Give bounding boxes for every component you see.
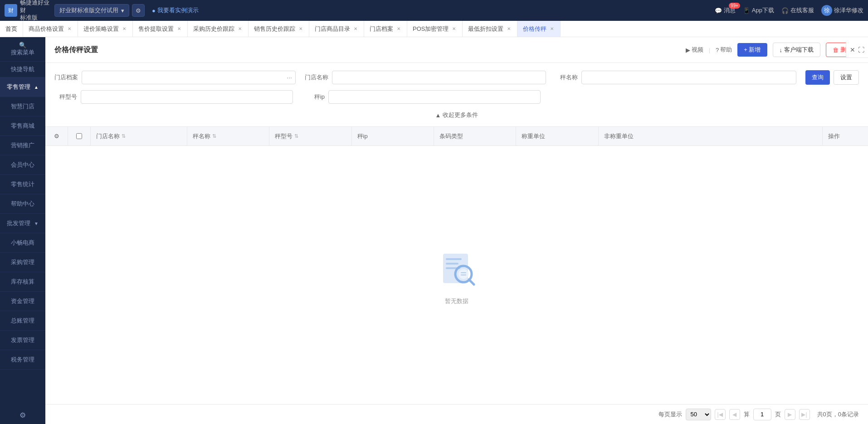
sidebar-item-help[interactable]: 帮助中心: [0, 194, 45, 214]
tab-close-price-scale[interactable]: ✕: [549, 26, 555, 32]
th-settings[interactable]: ⚙: [45, 127, 68, 145]
svg-rect-1: [446, 258, 462, 260]
tab-close-pos-manage[interactable]: ✕: [451, 26, 457, 32]
sidebar-item-smart-store[interactable]: 智慧门店: [0, 97, 45, 116]
svg-rect-2: [446, 263, 458, 265]
content-area: 价格传秤设置 ▶ 视频 | ? 帮助 + 新增 ↓ 客户端下载: [45, 37, 868, 424]
sort-icon-scale-model[interactable]: ⇅: [294, 133, 298, 139]
download-button[interactable]: ↓ 客户端下载: [773, 43, 821, 57]
version-selector[interactable]: 好业财标准版交付试用 ▾: [54, 4, 129, 17]
gear-icon[interactable]: ⚙: [20, 411, 26, 419]
sidebar-item-purchase[interactable]: 采购管理: [0, 253, 45, 272]
page-number-input[interactable]: [753, 409, 771, 420]
per-page-select[interactable]: 50 10 20 100: [686, 409, 711, 420]
collapse-up-icon: ▲: [435, 112, 441, 119]
logo-text: 畅捷通好业财 标准版: [20, 0, 50, 22]
prev-page-button[interactable]: ◀: [729, 409, 740, 420]
th-checkbox[interactable]: [68, 127, 91, 145]
scale-ip-input[interactable]: [328, 90, 541, 104]
next-page-button[interactable]: ▶: [785, 409, 795, 420]
tab-close-sale-history[interactable]: ✕: [298, 26, 303, 32]
app-download-button[interactable]: 📱 App下载: [743, 6, 774, 14]
store-file-input[interactable]: [82, 71, 296, 84]
tab-close-purchase-strategy[interactable]: ✕: [122, 26, 127, 32]
first-page-button[interactable]: |◀: [715, 409, 726, 420]
tab-sale-history[interactable]: 销售历史价跟踪 ✕: [249, 21, 309, 37]
total-info: 共0页，0条记录: [817, 410, 859, 419]
scale-name-input[interactable]: [581, 71, 796, 84]
last-page-button[interactable]: ▶|: [799, 409, 810, 420]
online-service-button[interactable]: 🎧 在线客服: [781, 6, 814, 14]
empty-text: 暂无数据: [445, 297, 468, 305]
add-button[interactable]: + 新增: [737, 43, 767, 57]
table-body: 暂无数据: [45, 146, 868, 404]
scale-model-input[interactable]: [81, 90, 293, 104]
expand-tab-icon[interactable]: ⛶: [858, 46, 864, 53]
user-menu[interactable]: 徐 徐泽华修改: [821, 5, 863, 16]
tab-min-discount[interactable]: 最低折扣设置 ✕: [463, 21, 517, 37]
tab-sale-extract[interactable]: 售价提取设置 ✕: [133, 21, 188, 37]
sidebar-item-retail-stats[interactable]: 零售统计: [0, 175, 45, 194]
sort-icon-scale-name[interactable]: ⇅: [212, 133, 216, 139]
tab-pos-manage[interactable]: POS加密管理 ✕: [407, 21, 463, 37]
sidebar-item-invoice[interactable]: 发票管理: [0, 331, 45, 350]
tab-home[interactable]: 首页: [0, 21, 23, 37]
message-badge: 99+: [729, 3, 740, 9]
sidebar: 🔍 搜索菜单 快捷导航 零售管理 ▲ 智慧门店 零售商城 营销推广 会员中心 零…: [0, 37, 45, 424]
top-bar-right: 💬 消息 99+ 📱 App下载 🎧 在线客服 徐 徐泽华修改: [715, 5, 863, 16]
sidebar-quick-nav[interactable]: 快捷导航: [0, 62, 45, 77]
sidebar-item-inventory[interactable]: 库存核算: [0, 272, 45, 292]
chevron-down-icon: ▾: [121, 7, 124, 14]
store-name-input[interactable]: [332, 71, 546, 84]
sidebar-item-small-ecom[interactable]: 小畅电商: [0, 233, 45, 253]
table-header: ⚙ 门店名称 ⇅ 秤名称 ⇅ 秤型号 ⇅ 秤ip: [45, 127, 868, 146]
tab-close-purchase-history[interactable]: ✕: [237, 26, 243, 32]
top-bar: 财 畅捷通好业财 标准版 好业财标准版交付试用 ▾ ⚙ ● 我要看实例演示 💬 …: [0, 0, 868, 21]
logo-area: 财 畅捷通好业财 标准版: [5, 0, 50, 22]
tab-store-catalog[interactable]: 门店商品目录 ✕: [309, 21, 364, 37]
sort-icon-store-name[interactable]: ⇅: [122, 133, 126, 139]
settings-button[interactable]: ⚙: [132, 4, 145, 17]
sidebar-item-retail[interactable]: 零售管理 ▲: [0, 77, 45, 97]
dots-icon[interactable]: ···: [287, 74, 292, 81]
tab-close-store-catalog[interactable]: ✕: [353, 26, 358, 32]
message-button[interactable]: 💬 消息 99+: [715, 6, 736, 14]
sidebar-item-marketing[interactable]: 营销推广: [0, 136, 45, 155]
sidebar-item-member[interactable]: 会员中心: [0, 155, 45, 175]
setup-button[interactable]: 设置: [834, 70, 859, 85]
tab-purchase-history[interactable]: 采购历史价跟踪 ✕: [188, 21, 249, 37]
tab-purchase-strategy[interactable]: 进价策略设置 ✕: [78, 21, 133, 37]
store-file-input-wrapper: ···: [82, 71, 296, 84]
filter-scale-ip: 秤ip: [302, 90, 541, 104]
svg-point-5: [458, 269, 468, 279]
demo-link[interactable]: ● 我要看实例演示: [152, 6, 199, 14]
tab-close-sale-extract[interactable]: ✕: [176, 26, 182, 32]
video-link[interactable]: ▶ 视频: [686, 46, 703, 54]
close-tab-icon[interactable]: ✕: [850, 46, 855, 53]
sidebar-item-wholesale[interactable]: 批发管理 ▼: [0, 214, 45, 233]
collapse-row: ▲ 收起更多条件: [54, 109, 859, 123]
tab-close-price-setting[interactable]: ✕: [67, 26, 72, 32]
tab-store-file[interactable]: 门店档案 ✕: [364, 21, 407, 37]
empty-illustration: [434, 245, 479, 290]
sidebar-item-retail-mall[interactable]: 零售商城: [0, 116, 45, 136]
sidebar-item-general-ledger[interactable]: 总账管理: [0, 311, 45, 331]
tab-price-setting[interactable]: 商品价格设置 ✕: [23, 21, 78, 37]
th-weight-unit: 称重单位: [516, 127, 598, 145]
logo-icon: 财: [5, 4, 17, 17]
filter-row-2: 秤型号 秤ip: [54, 90, 859, 104]
sidebar-item-finance[interactable]: 资金管理: [0, 292, 45, 311]
tab-price-scale[interactable]: 价格传秤 ✕: [517, 21, 561, 37]
sidebar-item-tax[interactable]: 税务管理: [0, 350, 45, 370]
th-scale-ip: 秤ip: [352, 127, 434, 145]
tab-close-min-discount[interactable]: ✕: [506, 26, 512, 32]
avatar: 徐: [821, 5, 832, 16]
page-header: 价格传秤设置 ▶ 视频 | ? 帮助 + 新增 ↓ 客户端下载: [45, 37, 868, 63]
select-all-checkbox[interactable]: [76, 133, 82, 139]
sidebar-search[interactable]: 🔍 搜索菜单: [0, 37, 45, 62]
tab-bar-actions: ✕ ⛶: [846, 42, 868, 58]
help-link[interactable]: ? 帮助: [716, 46, 732, 54]
query-button[interactable]: 查询: [805, 70, 830, 85]
tab-close-store-file[interactable]: ✕: [396, 26, 401, 32]
collapse-button[interactable]: ▲ 收起更多条件: [435, 111, 478, 119]
